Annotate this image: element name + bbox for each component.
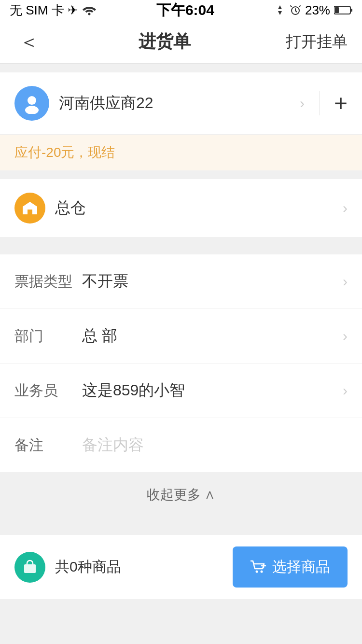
remark-row[interactable]: 备注 备注内容: [0, 418, 362, 472]
warehouse-row[interactable]: 总仓 ›: [0, 179, 362, 237]
section-gap-2: [0, 170, 362, 179]
status-bar: 无 SIM 卡 ✈ 下午6:04 23%: [0, 0, 362, 20]
house-icon: [21, 199, 39, 217]
notice-text: 应付-20元，现结: [14, 145, 115, 160]
battery-text: 23%: [305, 3, 330, 18]
svg-rect-3: [350, 9, 352, 12]
product-section: 共0种商品 选择商品: [0, 535, 362, 599]
invoice-type-value: 不开票: [82, 271, 343, 292]
nav-bar: ＜ 进货单 打开挂单: [0, 20, 362, 64]
svg-point-5: [28, 96, 36, 105]
status-left: 无 SIM 卡 ✈: [10, 2, 97, 19]
department-label: 部门: [14, 326, 82, 346]
warehouse-icon: [14, 193, 45, 224]
back-button[interactable]: ＜: [14, 24, 43, 60]
svg-rect-7: [24, 564, 36, 573]
section-gap-3: [0, 237, 362, 246]
product-icon: [14, 552, 45, 583]
supplier-avatar: [14, 86, 49, 121]
collapse-button[interactable]: 收起更多 ∧: [0, 472, 362, 518]
svg-point-8: [256, 570, 258, 573]
cart-plus-icon: [250, 560, 266, 574]
warehouse-chevron-icon: ›: [343, 200, 348, 216]
remark-input[interactable]: 备注内容: [82, 434, 348, 456]
select-product-button[interactable]: 选择商品: [233, 546, 348, 588]
user-icon: [21, 93, 42, 114]
invoice-type-chevron-icon: ›: [343, 273, 348, 290]
shopping-bag-icon: [21, 559, 39, 576]
salesperson-row[interactable]: 业务员 这是859的小智 ›: [0, 364, 362, 418]
location-icon: [274, 4, 286, 16]
svg-rect-4: [335, 7, 339, 13]
supplier-chevron-icon: ›: [300, 95, 305, 112]
department-row[interactable]: 部门 总 部 ›: [0, 309, 362, 364]
svg-point-9: [261, 570, 263, 573]
status-right: 23%: [274, 3, 352, 18]
svg-point-6: [25, 106, 39, 114]
divider: [319, 91, 320, 115]
notice-bar: 应付-20元，现结: [0, 135, 362, 170]
warehouse-name: 总仓: [55, 197, 343, 219]
supplier-section: 河南供应商22 › + 应付-20元，现结: [0, 72, 362, 170]
salesperson-value: 这是859的小智: [82, 380, 343, 401]
warehouse-section: 总仓 ›: [0, 179, 362, 237]
department-value: 总 部: [82, 325, 343, 347]
page-title: 进货单: [139, 30, 191, 54]
add-button[interactable]: +: [334, 92, 348, 115]
wifi-icon: [82, 5, 97, 15]
collapse-label: 收起更多 ∧: [147, 487, 216, 502]
open-pending-button[interactable]: 打开挂单: [286, 31, 348, 53]
section-gap-4: [0, 518, 362, 526]
salesperson-chevron-icon: ›: [343, 382, 348, 399]
invoice-type-label: 票据类型: [14, 272, 82, 292]
status-time: 下午6:04: [156, 0, 214, 20]
department-chevron-icon: ›: [343, 328, 348, 344]
select-product-label: 选择商品: [272, 557, 330, 577]
alarm-icon: [290, 4, 301, 16]
svg-point-0: [88, 13, 90, 15]
remark-label: 备注: [14, 435, 82, 455]
product-count: 共0种商品: [55, 557, 223, 577]
page-background: [0, 599, 362, 644]
signal-text: 无 SIM 卡 ✈: [10, 2, 78, 19]
supplier-name: 河南供应商22: [59, 93, 300, 114]
form-section: 票据类型 不开票 › 部门 总 部 › 业务员 这是859的小智 › 备注 备注…: [0, 254, 362, 472]
supplier-row[interactable]: 河南供应商22 › +: [0, 72, 362, 135]
battery-icon: [334, 5, 352, 15]
salesperson-label: 业务员: [14, 381, 82, 401]
section-gap-1: [0, 64, 362, 72]
invoice-type-row[interactable]: 票据类型 不开票 ›: [0, 254, 362, 309]
